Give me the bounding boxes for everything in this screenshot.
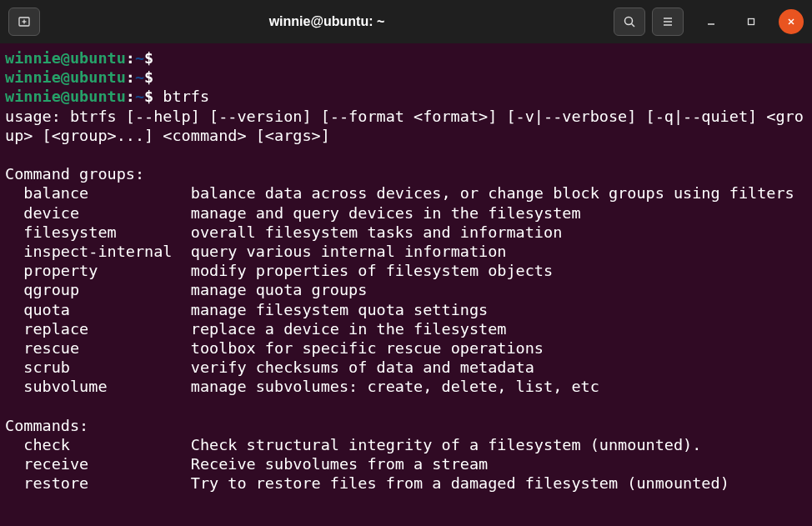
group-balance: balance balance data across devices, or … <box>5 184 794 202</box>
hamburger-icon <box>661 15 674 28</box>
prompt-line-1: winnie@ubuntu:~$ <box>5 49 163 67</box>
svg-point-3 <box>625 18 633 25</box>
prompt-dollar: $ <box>144 68 153 86</box>
cmd-empty-2 <box>153 68 163 86</box>
prompt-path: ~ <box>135 68 144 86</box>
window-title: winnie@ubuntu: ~ <box>47 14 607 29</box>
menu-button[interactable] <box>652 8 684 36</box>
group-property: property modify properties of filesystem… <box>5 262 553 279</box>
svg-line-4 <box>632 24 635 28</box>
command-restore: restore Try to restore files from a dama… <box>5 474 729 492</box>
prompt-line-2: winnie@ubuntu:~$ <box>5 68 163 86</box>
prompt-user: winnie@ubuntu <box>5 88 126 105</box>
command-check: check Check structural integrity of a fi… <box>5 436 701 453</box>
group-inspect-internal: inspect-internal query various internal … <box>5 243 506 260</box>
new-tab-button[interactable] <box>8 8 40 36</box>
maximize-icon <box>746 17 756 27</box>
maximize-button[interactable] <box>739 9 764 34</box>
prompt-dollar: $ <box>144 88 153 105</box>
prompt-path: ~ <box>135 49 144 67</box>
close-button[interactable] <box>779 9 804 34</box>
group-rescue: rescue toolbox for specific rescue opera… <box>5 339 544 357</box>
svg-rect-9 <box>749 19 754 25</box>
group-qgroup: qgroup manage quota groups <box>5 281 367 298</box>
prompt-user: winnie@ubuntu <box>5 49 126 67</box>
prompt-colon: : <box>126 68 135 86</box>
titlebar-left <box>8 8 40 36</box>
group-scrub: scrub verify checksums of data and metad… <box>5 358 534 376</box>
group-subvolume: subvolume manage subvolumes: create, del… <box>5 378 599 395</box>
prompt-colon: : <box>126 88 135 105</box>
titlebar: winnie@ubuntu: ~ <box>0 0 812 43</box>
prompt-dollar: $ <box>144 49 153 67</box>
close-icon <box>786 17 796 27</box>
group-device: device manage and query devices in the f… <box>5 204 581 222</box>
new-tab-icon <box>18 15 31 28</box>
minimize-icon <box>706 17 716 27</box>
search-button[interactable] <box>614 8 645 36</box>
minimize-button[interactable] <box>699 9 724 34</box>
prompt-user: winnie@ubuntu <box>5 68 126 86</box>
groups-header: Command groups: <box>5 165 144 183</box>
commands-header: Commands: <box>5 417 88 434</box>
cmd-empty-1 <box>153 49 163 67</box>
search-icon <box>623 15 636 28</box>
prompt-colon: : <box>126 49 135 67</box>
prompt-line-3: winnie@ubuntu:~$ btrfs <box>5 88 209 105</box>
group-filesystem: filesystem overall filesystem tasks and … <box>5 223 562 241</box>
terminal-output[interactable]: winnie@ubuntu:~$ winnie@ubuntu:~$ winnie… <box>0 43 812 498</box>
group-replace: replace replace a device in the filesyst… <box>5 320 506 338</box>
usage-line: usage: btrfs [--help] [--version] [--for… <box>5 108 804 144</box>
cmd-btrfs: btrfs <box>153 88 209 105</box>
titlebar-right <box>614 8 804 36</box>
prompt-path: ~ <box>135 88 144 105</box>
group-quota: quota manage filesystem quota settings <box>5 301 488 318</box>
command-receive: receive Receive subvolumes from a stream <box>5 455 488 473</box>
